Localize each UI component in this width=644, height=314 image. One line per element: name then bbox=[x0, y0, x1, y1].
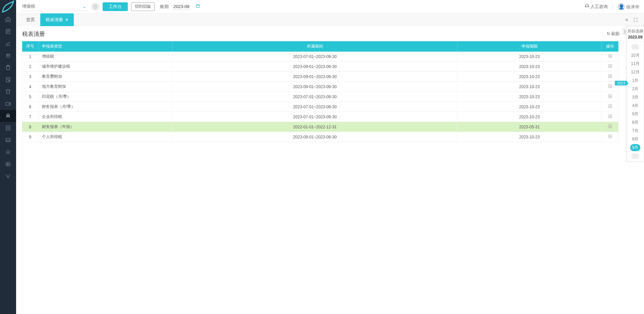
svg-point-26 bbox=[609, 116, 611, 117]
svg-point-4 bbox=[9, 80, 9, 81]
page-title: 税表清册 bbox=[22, 30, 638, 38]
month-item[interactable]: 9月 bbox=[630, 144, 641, 151]
month-item[interactable]: 8月 bbox=[630, 136, 641, 143]
tab-tax-register[interactable]: 税表清册 ✕ bbox=[40, 13, 74, 26]
cell-action[interactable] bbox=[602, 102, 619, 112]
month-item[interactable]: 10月 bbox=[629, 52, 641, 59]
table-row: 5印花税（月/季）2023-07-01~2023-09-302023-10-23 bbox=[22, 92, 619, 102]
headset-icon bbox=[585, 3, 589, 8]
view-icon[interactable] bbox=[608, 125, 612, 130]
cell-period: 2022-01-01~2022-12-31 bbox=[172, 122, 458, 132]
svg-point-18 bbox=[609, 75, 611, 77]
workspace-button[interactable]: 工作台 bbox=[103, 2, 128, 11]
month-item[interactable]: 3月 bbox=[630, 94, 641, 101]
nav-money[interactable] bbox=[0, 50, 16, 62]
month-item[interactable]: 12月 bbox=[629, 69, 641, 76]
cell-action[interactable] bbox=[602, 112, 619, 122]
svg-point-28 bbox=[609, 126, 611, 127]
nav-wallet[interactable] bbox=[0, 98, 16, 110]
th-seq: 序号 bbox=[22, 41, 38, 52]
tab-home[interactable]: 首页 bbox=[21, 13, 40, 26]
nav-export[interactable] bbox=[0, 122, 16, 134]
cell-seq: 5 bbox=[22, 92, 38, 102]
calendar-icon[interactable] bbox=[196, 4, 200, 9]
content: 税表清册 ↻刷新 序号 申报表类型 所属期间 申报期限 操作 1增值税2023-… bbox=[16, 26, 644, 314]
cell-deadline: 2023-10-23 bbox=[458, 62, 602, 72]
view-icon[interactable] bbox=[608, 75, 612, 79]
cell-period: 2023-09-01~2023-09-30 bbox=[172, 72, 458, 82]
nav-chart[interactable] bbox=[0, 38, 16, 50]
tabstrip: 首页 税表清册 ✕ ✕ bbox=[16, 13, 644, 26]
fullscreen-icon[interactable] bbox=[632, 16, 639, 24]
month-item[interactable]: 1月 bbox=[630, 77, 641, 84]
table-row: 9个人所得税2023-09-01~2023-09-302023-10-23 bbox=[22, 132, 619, 142]
cell-action[interactable] bbox=[602, 52, 619, 62]
svg-point-24 bbox=[609, 106, 611, 107]
cell-period: 2023-09-01~2023-09-30 bbox=[172, 132, 458, 142]
tax-type-dropdown[interactable]: 增值税 ⌄ bbox=[21, 2, 88, 11]
scroll-up-icon[interactable]: ︿ bbox=[631, 44, 639, 50]
scroll-down-icon[interactable]: ﹀ bbox=[631, 153, 639, 159]
svg-rect-0 bbox=[6, 29, 10, 34]
table-row: 8财务报表（年报）2022-01-01~2022-12-312023-05-31 bbox=[22, 122, 619, 132]
tax-type-value: 增值税 bbox=[22, 3, 35, 9]
nav-v[interactable] bbox=[0, 170, 16, 182]
year-badge: 2023 bbox=[615, 81, 627, 85]
cell-period: 2023-09-01~2023-09-30 bbox=[172, 62, 458, 72]
nav-settings[interactable] bbox=[0, 146, 16, 158]
support-link[interactable]: 人工咨询 bbox=[585, 3, 608, 10]
refresh-button[interactable]: ↻刷新 bbox=[607, 31, 620, 37]
close-icon[interactable]: ✕ bbox=[65, 17, 68, 22]
cell-action[interactable] bbox=[602, 92, 619, 102]
nav-doc[interactable] bbox=[0, 25, 16, 38]
view-icon[interactable] bbox=[608, 85, 612, 89]
table-row: 7企业所得税2023-07-01~2023-09-302023-10-23 bbox=[22, 112, 619, 122]
nav-receipt[interactable] bbox=[0, 74, 16, 86]
view-icon[interactable] bbox=[608, 55, 612, 59]
tab-tax-register-label: 税表清册 bbox=[46, 17, 63, 23]
close-all-icon[interactable]: ✕ bbox=[624, 16, 630, 24]
user-menu[interactable]: 👤 徐泽华 bbox=[618, 3, 639, 10]
switch-old-button[interactable]: 切到旧版 bbox=[131, 2, 155, 11]
cell-seq: 1 bbox=[22, 52, 38, 62]
cell-type: 城市维护建设税 bbox=[38, 62, 172, 72]
cell-action[interactable] bbox=[602, 62, 619, 72]
month-item[interactable]: 6月 bbox=[630, 119, 641, 126]
cell-deadline: 2023-10-23 bbox=[458, 52, 602, 62]
cell-action[interactable] bbox=[602, 72, 619, 82]
month-item[interactable]: 7月 bbox=[630, 127, 641, 134]
view-icon[interactable] bbox=[608, 135, 612, 140]
th-period: 所属期间 bbox=[172, 41, 458, 52]
collapse-panel-icon[interactable]: ❯ bbox=[622, 28, 627, 35]
cell-type: 财务报表（年报） bbox=[38, 122, 172, 132]
svg-point-30 bbox=[609, 136, 611, 137]
month-item[interactable]: 11月 bbox=[629, 60, 641, 67]
tax-table: 序号 申报表类型 所属期间 申报期限 操作 1增值税2023-07-01~202… bbox=[22, 41, 619, 142]
month-selector-panel: ❯ 月份选择 2023.09 ︿ 2023 10月11月12月1月2月3月4月5… bbox=[627, 26, 644, 162]
cell-type: 地方教育附加 bbox=[38, 82, 172, 92]
view-icon[interactable] bbox=[608, 65, 612, 69]
nav-video[interactable] bbox=[0, 158, 16, 170]
month-item[interactable]: 5月 bbox=[630, 111, 641, 118]
table-row: 3教育费附加2023-09-01~2023-09-302023-10-23 bbox=[22, 72, 619, 82]
nav-tax-register[interactable] bbox=[0, 110, 16, 122]
period-value[interactable]: 2023-09 bbox=[172, 3, 191, 10]
view-icon[interactable] bbox=[608, 115, 612, 120]
nav-home[interactable] bbox=[0, 13, 16, 25]
nav-shirt[interactable] bbox=[0, 86, 16, 98]
cell-type: 企业所得税 bbox=[38, 112, 172, 122]
svg-point-9 bbox=[7, 151, 9, 153]
view-icon[interactable] bbox=[608, 105, 612, 110]
month-list: 2023 10月11月12月1月2月3月4月5月6月7月8月9月 bbox=[629, 52, 641, 151]
note-icon[interactable] bbox=[91, 3, 99, 11]
nav-clipboard[interactable] bbox=[0, 62, 16, 74]
view-icon[interactable] bbox=[608, 95, 612, 100]
cell-action[interactable] bbox=[602, 122, 619, 132]
cell-deadline: 2023-10-23 bbox=[458, 112, 602, 122]
nav-inbox[interactable] bbox=[0, 134, 16, 146]
cell-deadline: 2023-10-23 bbox=[458, 132, 602, 142]
cell-seq: 8 bbox=[22, 122, 38, 132]
month-item[interactable]: 4月 bbox=[630, 102, 641, 109]
month-item[interactable]: 2月 bbox=[630, 85, 641, 92]
cell-action[interactable] bbox=[602, 132, 619, 142]
